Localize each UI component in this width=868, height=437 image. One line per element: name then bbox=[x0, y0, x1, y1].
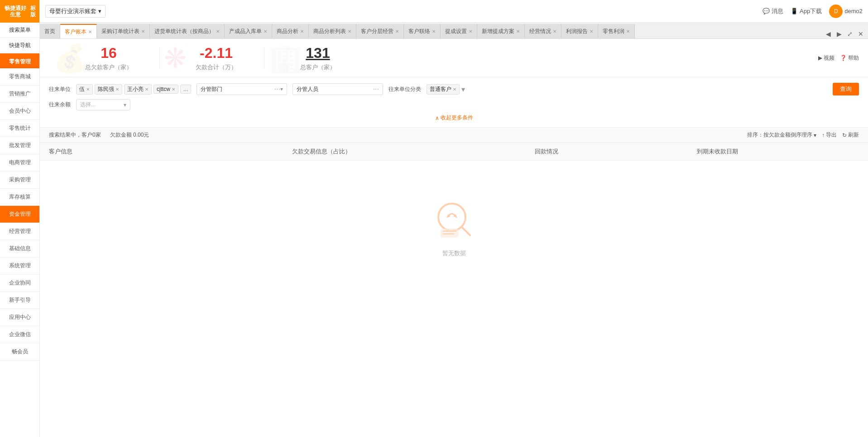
data-table: 客户信息 欠款交易信息（占比） 回款情况 到期未收款日期 bbox=[40, 143, 868, 294]
sidebar-item-member[interactable]: 会员中心 bbox=[0, 103, 39, 120]
sort-selector[interactable]: 排序：按欠款金额倒序理序 ▾ bbox=[747, 131, 816, 139]
tab-new-commission[interactable]: 新增提成方案 ✕ bbox=[477, 24, 525, 38]
tab-product-analysis-list[interactable]: 商品分析列表 ✕ bbox=[309, 24, 356, 38]
query-button[interactable]: 查询 bbox=[833, 83, 859, 95]
sidebar-item-enterprise[interactable]: 企业协同 bbox=[0, 275, 39, 292]
tab-profit-report-label: 利润报告 bbox=[566, 28, 588, 35]
tab-product-analysis-list-label: 商品分析列表 bbox=[313, 28, 346, 35]
appcenter-label: 应用中心 bbox=[9, 314, 31, 320]
sidebar-item-purchase[interactable]: 采购管理 bbox=[0, 171, 39, 189]
tab-customer-contact-close[interactable]: ✕ bbox=[432, 29, 436, 34]
tab-purchase-order-close[interactable]: ✕ bbox=[141, 29, 145, 34]
tag-3-close[interactable]: ✕ bbox=[172, 87, 175, 92]
vip-label: 畅会员 bbox=[12, 348, 28, 355]
tab-profit-report-close[interactable]: ✕ bbox=[590, 29, 593, 34]
workspace-selector[interactable]: 母婴行业演示账套 ▾ bbox=[45, 5, 106, 18]
tag-more-label: ... bbox=[183, 86, 188, 92]
filter-tag-3[interactable]: cjttcw ✕ bbox=[153, 85, 178, 94]
tab-business-status[interactable]: 经营情况 ✕ bbox=[525, 24, 561, 38]
branch-dept-select[interactable]: 分管部门 ··· ▾ bbox=[197, 83, 287, 95]
empty-state: 暂无数据 bbox=[40, 161, 868, 294]
retail-section[interactable]: 零售管理 bbox=[0, 53, 39, 68]
tab-expand-btn[interactable]: ⤢ bbox=[845, 29, 854, 38]
tab-commission-settings[interactable]: 提成设置 ✕ bbox=[441, 24, 477, 38]
collapse-btn[interactable]: ∧ 收起更多条件 bbox=[49, 114, 859, 122]
filter-tag-more[interactable]: ... bbox=[180, 85, 191, 94]
branch-dept-label: 分管部门 bbox=[201, 86, 222, 93]
sidebar-item-retail-mall[interactable]: 零售商城 bbox=[0, 68, 39, 86]
sidebar-item-inventory[interactable]: 库存核算 bbox=[0, 189, 39, 206]
branch-person-select[interactable]: 分管人员 ··· bbox=[293, 83, 383, 95]
tag-2-close[interactable]: ✕ bbox=[145, 87, 149, 92]
tag-0-close[interactable]: ✕ bbox=[86, 87, 90, 92]
sidebar-item-basic[interactable]: 基础信息 bbox=[0, 240, 39, 257]
sort-label: 排序：按欠款金额倒序理序 bbox=[747, 131, 812, 139]
remainder-select[interactable]: 选择... ▾ bbox=[76, 99, 130, 110]
tab-accounts-close[interactable]: ✕ bbox=[88, 29, 92, 34]
unit-cat-close[interactable]: ✕ bbox=[453, 87, 456, 92]
avatar: D bbox=[829, 5, 843, 18]
unit-category-tags: 普通客户 ✕ ▾ bbox=[427, 84, 465, 95]
sidebar-item-vip[interactable]: 畅会员 bbox=[0, 343, 39, 361]
tab-product-analysis-close[interactable]: ✕ bbox=[300, 29, 304, 34]
filter-tag-2[interactable]: 王小亮 ✕ bbox=[124, 84, 152, 95]
message-btn[interactable]: 💬 消息 bbox=[762, 7, 783, 15]
help-btn[interactable]: ❓ 帮助 bbox=[840, 54, 859, 62]
tab-customer-tier[interactable]: 客户分层经营 ✕ bbox=[356, 24, 404, 38]
stats-right-actions: ▶ 视频 ❓ 帮助 bbox=[818, 54, 859, 62]
filter-tag-0[interactable]: 伍 ✕ bbox=[76, 84, 93, 95]
branch-person-dots: ··· bbox=[373, 85, 379, 93]
search-menu-btn[interactable]: 搜索菜单 bbox=[0, 23, 39, 38]
message-icon: 💬 bbox=[762, 8, 770, 14]
tab-close-all-btn[interactable]: ✕ bbox=[856, 29, 865, 38]
tab-instock-close[interactable]: ✕ bbox=[216, 29, 220, 34]
unit-category-tag-0[interactable]: 普通客户 ✕ bbox=[427, 84, 460, 95]
quick-nav-btn[interactable]: 快捷导航 bbox=[0, 38, 39, 53]
sidebar-item-finance[interactable]: 资金管理 bbox=[0, 206, 39, 223]
tab-bar: 首页 客户账本 ✕ 采购订单统计表 ✕ 进货单统计表（按商品） ✕ 产成品入库单… bbox=[40, 23, 868, 39]
tab-customer-tier-close[interactable]: ✕ bbox=[395, 29, 399, 34]
sidebar-item-newcomer[interactable]: 新手引导 bbox=[0, 292, 39, 309]
tab-product-analysis-list-close[interactable]: ✕ bbox=[348, 29, 351, 34]
sidebar-item-wechat[interactable]: 企业微信 bbox=[0, 326, 39, 343]
visit-unit-label: 往来单位 bbox=[49, 86, 71, 93]
sidebar-item-ecommerce[interactable]: 电商管理 bbox=[0, 154, 39, 171]
video-icon: ▶ bbox=[818, 55, 822, 61]
tab-retail-profit-close[interactable]: ✕ bbox=[626, 29, 630, 34]
user-menu[interactable]: D demo2 bbox=[829, 5, 863, 18]
sidebar-item-operation[interactable]: 经营管理 bbox=[0, 223, 39, 240]
sidebar-item-appcenter[interactable]: 应用中心 bbox=[0, 309, 39, 326]
tab-new-commission-close[interactable]: ✕ bbox=[516, 29, 520, 34]
tab-prev-btn[interactable]: ◀ bbox=[824, 29, 833, 38]
tab-product-analysis[interactable]: 商品分析 ✕ bbox=[272, 24, 309, 38]
empty-label: 暂无数据 bbox=[442, 249, 466, 257]
retail-stats-label: 零售统计 bbox=[9, 125, 31, 131]
tab-commission-close[interactable]: ✕ bbox=[469, 29, 472, 34]
tab-profit-report[interactable]: 利润报告 ✕ bbox=[561, 24, 598, 38]
app-download-btn[interactable]: 📱 App下载 bbox=[791, 7, 822, 15]
tag-1-close[interactable]: ✕ bbox=[115, 87, 119, 92]
sidebar-item-retail-stats[interactable]: 零售统计 bbox=[0, 120, 39, 137]
tab-product-instock-close[interactable]: ✕ bbox=[264, 29, 267, 34]
tab-customer-contact[interactable]: 客户联络 ✕ bbox=[404, 24, 441, 38]
refresh-btn[interactable]: ↻ 刷新 bbox=[842, 131, 859, 139]
filter-tag-1[interactable]: 陈民强 ✕ bbox=[95, 84, 122, 95]
tab-retail-profit[interactable]: 零售利润 ✕ bbox=[598, 24, 635, 38]
tab-product-instock[interactable]: 产成品入库单 ✕ bbox=[225, 24, 272, 38]
export-btn[interactable]: ↑ 导出 bbox=[822, 131, 837, 139]
retail-mall-label: 零售商城 bbox=[9, 73, 31, 80]
video-btn[interactable]: ▶ 视频 bbox=[818, 54, 834, 62]
sidebar-item-system[interactable]: 系统管理 bbox=[0, 257, 39, 275]
sidebar-item-wholesale[interactable]: 批发管理 bbox=[0, 137, 39, 154]
tab-home[interactable]: 首页 bbox=[40, 24, 60, 38]
tab-next-btn[interactable]: ▶ bbox=[834, 29, 844, 38]
tag-3-label: cjttcw bbox=[157, 86, 170, 92]
tab-business-status-close[interactable]: ✕ bbox=[553, 29, 556, 34]
tab-accounts[interactable]: 客户账本 ✕ bbox=[60, 24, 97, 38]
svg-line-1 bbox=[462, 228, 470, 235]
overdue-amount-label: 欠款金额 0.00元 bbox=[110, 131, 149, 139]
workspace-label: 母婴行业演示账套 bbox=[49, 7, 96, 15]
sidebar-item-marketing[interactable]: 营销推广 bbox=[0, 86, 39, 103]
tab-instock-stats[interactable]: 进货单统计表（按商品） ✕ bbox=[150, 24, 225, 38]
tab-purchase-order-stats[interactable]: 采购订单统计表 ✕ bbox=[97, 24, 150, 38]
